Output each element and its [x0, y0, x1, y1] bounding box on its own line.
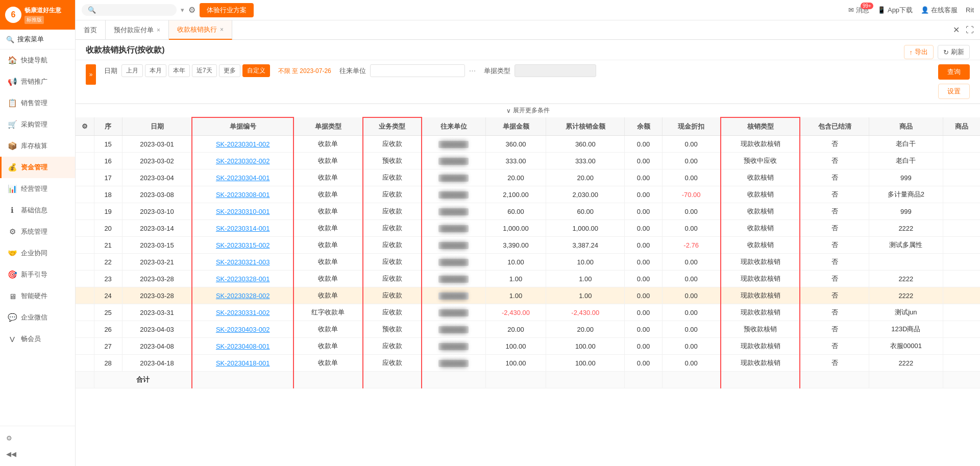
cell-discount: -70.00 — [662, 186, 721, 203]
doc-no-link[interactable]: SK-20230418-001 — [216, 359, 270, 367]
sidebar-item-12[interactable]: 💬企业微信 — [0, 307, 75, 328]
export-button[interactable]: ↑ 导出 — [904, 45, 934, 59]
solution-button[interactable]: 体验行业方案 — [200, 3, 254, 17]
cell-discount: 0.00 — [662, 136, 721, 153]
cell-settings — [76, 169, 94, 186]
tab-close-2[interactable]: × — [220, 26, 224, 33]
doc-no-link[interactable]: SK-20230321-003 — [216, 258, 270, 266]
cell-doc-no[interactable]: SK-20230315-002 — [192, 237, 293, 254]
cell-doc-no[interactable]: SK-20230310-001 — [192, 203, 293, 220]
cell-doc-no[interactable]: SK-20230328-002 — [192, 287, 293, 304]
sidebar-search[interactable]: 🔍 搜索菜单 — [0, 30, 75, 50]
sidebar-item-3[interactable]: 🛒采购管理 — [0, 114, 75, 135]
sidebar-collapse[interactable]: ◀◀ — [0, 446, 75, 462]
doctype-filter-select[interactable] — [514, 64, 596, 77]
doc-no-link[interactable]: SK-20230328-002 — [216, 292, 270, 300]
messages-button[interactable]: ✉ 消息 99+ — [848, 6, 869, 15]
query-button[interactable]: 查询 — [938, 64, 970, 80]
sidebar-item-4[interactable]: 📦库存核算 — [0, 135, 75, 157]
sum-balance — [625, 372, 662, 388]
sidebar-item-5[interactable]: 💰资金管理 — [0, 157, 75, 178]
partner-value: ██████ — [438, 276, 469, 283]
sidebar-icon-5: 💰 — [8, 163, 17, 172]
tab-1[interactable]: 预付款应付单× — [106, 20, 169, 40]
date-btn-custom[interactable]: 自定义 — [242, 64, 270, 77]
date-btn-this-month[interactable]: 本月 — [145, 64, 166, 77]
search-chevron-icon[interactable]: ▾ — [181, 6, 184, 14]
th-cancel-type: 核销类型 — [721, 117, 800, 136]
sidebar-item-13[interactable]: V畅会员 — [0, 328, 75, 350]
doc-no-link[interactable]: SK-20230314-001 — [216, 225, 270, 232]
tab-close-1[interactable]: × — [157, 27, 160, 34]
cell-amount: 10.00 — [485, 254, 546, 271]
expand-more-bar[interactable]: ∨ 展开更多条件 — [76, 104, 980, 117]
cell-doc-no[interactable]: SK-20230408-001 — [192, 338, 293, 355]
maximize-icon[interactable]: ⛶ — [964, 23, 976, 37]
refresh-icon: ↻ — [943, 48, 949, 56]
date-btn-7days[interactable]: 近7天 — [192, 64, 217, 77]
top-search-box[interactable]: 🔍 — [82, 4, 177, 16]
app-download-button[interactable]: 📱 App下载 — [877, 6, 913, 15]
table-row: 24 2023-03-28 SK-20230328-002 收款单 应收款 ██… — [76, 287, 980, 304]
sidebar-item-11[interactable]: 🖥智能硬件 — [0, 285, 75, 307]
gear-icon[interactable]: ⚙ — [188, 5, 195, 15]
cell-included: 否 — [800, 220, 869, 237]
top-search-input[interactable] — [99, 6, 170, 14]
sidebar-item-9[interactable]: 🤝企业协同 — [0, 242, 75, 264]
tab-0[interactable]: 首页 — [76, 20, 106, 40]
doc-no-link[interactable]: SK-20230331-002 — [216, 309, 270, 316]
close-tab-icon[interactable]: ✕ — [951, 23, 962, 37]
tab-2[interactable]: 收款核销执行× — [169, 20, 232, 40]
sidebar-item-0[interactable]: 🏠快捷导航 — [0, 50, 75, 71]
cell-doc-no[interactable]: SK-20230403-002 — [192, 321, 293, 338]
filter-expand-button[interactable]: » — [86, 64, 96, 85]
cell-doc-no[interactable]: SK-20230321-003 — [192, 254, 293, 271]
date-btn-this-year[interactable]: 本年 — [168, 64, 190, 77]
table-row: 18 2023-03-08 SK-20230308-001 收款单 应收款 ██… — [76, 186, 980, 203]
doc-no-link[interactable]: SK-20230302-002 — [216, 157, 270, 165]
user-info[interactable]: Rit — [966, 6, 974, 14]
date-btn-more[interactable]: 更多 — [219, 64, 240, 77]
cell-doc-no[interactable]: SK-20230328-001 — [192, 271, 293, 287]
sidebar-item-10[interactable]: 🎯新手引导 — [0, 264, 75, 285]
sidebar-item-2[interactable]: 📋销售管理 — [0, 92, 75, 114]
doc-no-link[interactable]: SK-20230308-001 — [216, 191, 270, 199]
partner-filter-input[interactable] — [370, 64, 465, 77]
filter-actions: 查询 设置 — [938, 64, 970, 99]
sidebar-item-8[interactable]: ⚙系统管理 — [0, 221, 75, 242]
cell-discount: 0.00 — [662, 355, 721, 372]
doc-no-link[interactable]: SK-20230408-001 — [216, 342, 270, 350]
cell-doc-type: 收款单 — [293, 287, 363, 304]
cell-doc-no[interactable]: SK-20230314-001 — [192, 220, 293, 237]
doc-no-link[interactable]: SK-20230315-002 — [216, 241, 270, 249]
doc-no-link[interactable]: SK-20230403-002 — [216, 326, 270, 333]
doc-no-link[interactable]: SK-20230304-001 — [216, 174, 270, 182]
th-discount: 现金折扣 — [662, 117, 721, 136]
cell-balance: 0.00 — [625, 287, 662, 304]
cell-included: 否 — [800, 254, 869, 271]
online-service-button[interactable]: 👤 在线客服 — [921, 6, 958, 15]
sidebar-item-7[interactable]: ℹ基础信息 — [0, 200, 75, 221]
cell-goods: 老白干 — [869, 153, 943, 169]
sidebar-settings[interactable]: ⚙ — [0, 430, 75, 446]
cell-doc-no[interactable]: SK-20230308-001 — [192, 186, 293, 203]
cell-discount: 0.00 — [662, 304, 721, 321]
sidebar-item-6[interactable]: 📊经营管理 — [0, 178, 75, 200]
refresh-button[interactable]: ↻ 刷新 — [938, 45, 970, 59]
doc-no-link[interactable]: SK-20230328-001 — [216, 275, 270, 283]
doc-no-link[interactable]: SK-20230301-002 — [216, 140, 270, 148]
cell-doc-no[interactable]: SK-20230331-002 — [192, 304, 293, 321]
cell-settings — [76, 271, 94, 287]
cell-doc-no[interactable]: SK-20230302-002 — [192, 153, 293, 169]
cell-doc-no[interactable]: SK-20230304-001 — [192, 169, 293, 186]
date-btn-last-month[interactable]: 上月 — [121, 64, 143, 77]
partner-filter-dots[interactable]: ··· — [469, 66, 476, 76]
doc-no-link[interactable]: SK-20230310-001 — [216, 208, 270, 215]
setting-button[interactable]: 设置 — [938, 84, 970, 99]
sidebar-item-1[interactable]: 📢营销推广 — [0, 71, 75, 92]
table-row: 21 2023-03-15 SK-20230315-002 收款单 应收款 ██… — [76, 237, 980, 254]
th-settings[interactable]: ⚙ — [76, 117, 94, 136]
cell-doc-no[interactable]: SK-20230418-001 — [192, 355, 293, 372]
cell-balance: 0.00 — [625, 169, 662, 186]
cell-doc-no[interactable]: SK-20230301-002 — [192, 136, 293, 153]
